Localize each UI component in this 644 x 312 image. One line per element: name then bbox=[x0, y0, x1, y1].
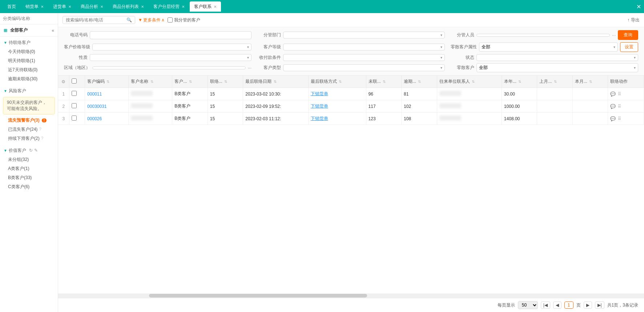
manager-select[interactable] bbox=[476, 34, 610, 37]
my-customers-check[interactable]: 我分管的客户 bbox=[168, 17, 200, 23]
price-level-select[interactable]: ▾ bbox=[92, 44, 251, 50]
sidebar-item-churned[interactable]: 已流失客户(24) ? bbox=[0, 125, 58, 134]
sidebar-item-class-c[interactable]: C类客户(6) bbox=[0, 182, 58, 191]
page-size-label: 每页显示 bbox=[498, 302, 515, 308]
th-name-sort[interactable]: ⇅ bbox=[150, 80, 153, 84]
dept-select[interactable]: ▾ bbox=[283, 32, 445, 39]
region-dots-btn[interactable]: ··· bbox=[248, 65, 251, 70]
th-this-month-sort[interactable]: ⇅ bbox=[589, 80, 592, 84]
row2-chat-icon[interactable]: 💬 bbox=[610, 104, 616, 109]
first-page-btn[interactable]: |◀ bbox=[541, 301, 550, 309]
sidebar-item-overdue[interactable]: 逾期未联络(30) bbox=[0, 74, 58, 84]
gender-select[interactable]: ▾ bbox=[90, 54, 251, 61]
close-window-btn[interactable]: ✕ bbox=[636, 3, 641, 10]
export-btn[interactable]: ↑ 导出 bbox=[627, 17, 640, 23]
tab-purchase[interactable]: 进货单 ✕ bbox=[49, 1, 76, 12]
th-overdue-sort[interactable]: ⇅ bbox=[418, 80, 421, 84]
grid-icon: ⊞ bbox=[4, 28, 7, 33]
tab-customer-contact[interactable]: 客户联系 ✕ bbox=[190, 1, 221, 12]
sidebar-item-class-b[interactable]: B类客户(33) bbox=[0, 173, 58, 182]
row3-last-type-link[interactable]: 下销货单 bbox=[311, 116, 328, 121]
th-unit-contact-sort[interactable]: ⇅ bbox=[472, 80, 475, 84]
row1-more-icon[interactable]: ⠿ bbox=[618, 92, 621, 97]
row1-last-type-link[interactable]: 下销货单 bbox=[311, 91, 328, 96]
table-settings-icon[interactable]: ⚙ bbox=[61, 79, 65, 84]
region-select[interactable] bbox=[92, 66, 246, 69]
tab-purchase-close[interactable]: ✕ bbox=[68, 5, 71, 9]
scrollbar-thumb[interactable] bbox=[149, 294, 367, 297]
last-page-btn[interactable]: ▶| bbox=[595, 301, 604, 309]
tab-customer-tier[interactable]: 客户分层经营 ✕ bbox=[149, 1, 189, 12]
prev-page-btn[interactable]: ◀ bbox=[553, 301, 562, 309]
cust-type-select[interactable]: ▾ bbox=[283, 64, 445, 71]
sidebar-item-churn-warning[interactable]: 流失预警客户(3) ! bbox=[0, 116, 58, 125]
next-page-btn[interactable]: ▶ bbox=[584, 301, 592, 309]
row2-checkbox[interactable] bbox=[72, 103, 77, 108]
th-this-year-sort[interactable]: ⇅ bbox=[518, 80, 521, 84]
th-unlink-sort[interactable]: ⇅ bbox=[383, 80, 386, 84]
sidebar-item-class-c-label: C类客户(6) bbox=[8, 184, 29, 190]
tab-sales[interactable]: 销货单 ✕ bbox=[21, 1, 48, 12]
my-customers-label: 我分管的客户 bbox=[174, 17, 200, 23]
tab-customer-tier-close[interactable]: ✕ bbox=[182, 5, 185, 9]
tab-customer-contact-close[interactable]: ✕ bbox=[214, 5, 217, 9]
row1-checkbox[interactable] bbox=[72, 91, 77, 96]
sidebar-item-today[interactable]: 今天待联络(0) bbox=[0, 47, 58, 56]
tab-home[interactable]: 首页 bbox=[3, 1, 20, 12]
tab-product-list[interactable]: 商品分析列表 ✕ bbox=[108, 1, 148, 12]
cust-level-select[interactable]: ▾ bbox=[283, 44, 445, 50]
main-search-input[interactable] bbox=[66, 17, 125, 23]
row2-more-icon[interactable]: ⠿ bbox=[618, 104, 621, 109]
sidebar-group-pending-title[interactable]: ▼ 待联络客户 bbox=[0, 38, 58, 47]
page-size-select[interactable]: 50 20 100 bbox=[518, 301, 538, 309]
row1-code-value[interactable]: 000011 bbox=[87, 92, 102, 97]
row1-chat-icon[interactable]: 💬 bbox=[610, 92, 616, 97]
th-last-date-sort[interactable]: ⇅ bbox=[274, 80, 277, 84]
status-select[interactable]: ▾ bbox=[476, 54, 638, 61]
my-customers-checkbox[interactable] bbox=[168, 17, 173, 23]
sidebar-item-declining[interactable]: 持续下滑客户(2) ? bbox=[0, 134, 58, 143]
all-customers-label[interactable]: 全部客户 bbox=[10, 27, 28, 33]
row2-name-blurred bbox=[131, 103, 153, 108]
retail-cust-select[interactable]: 全部 ▾ bbox=[476, 63, 638, 72]
row3-more-icon[interactable]: ⠿ bbox=[618, 116, 621, 121]
manager-dots-btn[interactable]: ··· bbox=[612, 33, 616, 38]
query-btn[interactable]: 查询 bbox=[618, 30, 638, 40]
sidebar-collapse-btn[interactable]: « bbox=[52, 28, 54, 33]
sidebar-item-7days[interactable]: 近7天待联络(0) bbox=[0, 65, 58, 74]
value-refresh-icon[interactable]: ↻ bbox=[29, 148, 33, 153]
row3-contacts-blurred bbox=[439, 116, 461, 121]
row3-chat-icon[interactable]: 💬 bbox=[610, 116, 616, 121]
sidebar-item-tomorrow[interactable]: 明天待联络(1) bbox=[0, 56, 58, 65]
th-last-month-sort[interactable]: ⇅ bbox=[554, 80, 557, 84]
tab-product-list-close[interactable]: ✕ bbox=[141, 5, 144, 9]
more-conditions-btn[interactable]: ▼ 更多条件 ∧ bbox=[138, 17, 165, 23]
row2-action-icons: 💬 ⠿ bbox=[610, 104, 641, 109]
tab-product-analysis-close[interactable]: ✕ bbox=[100, 5, 103, 9]
row2-code-value[interactable]: 00030031 bbox=[87, 104, 106, 109]
filter-row-cust-level: 客户等级 ▾ bbox=[257, 42, 445, 52]
setting-btn[interactable]: 设置 bbox=[620, 42, 638, 52]
sidebar-group-value-title[interactable]: ▼ 价值客户 ↻ ✎ bbox=[0, 146, 58, 155]
sidebar-item-class-a[interactable]: A类客户(1) bbox=[0, 164, 58, 173]
payment-select[interactable]: ▾ bbox=[283, 54, 445, 61]
horizontal-scrollbar[interactable] bbox=[58, 293, 644, 298]
sidebar-group-risk-title[interactable]: ▼ 风险客户 bbox=[0, 86, 58, 96]
value-edit-icon[interactable]: ✎ bbox=[34, 148, 38, 153]
th-contact-sort[interactable]: ⇅ bbox=[224, 80, 227, 84]
retail-attr-select[interactable]: 全部 ▾ bbox=[479, 42, 618, 52]
th-code-sort[interactable]: ⇅ bbox=[106, 80, 109, 84]
row3-checkbox[interactable] bbox=[72, 116, 77, 121]
phone-input[interactable] bbox=[90, 31, 251, 39]
select-all-checkbox[interactable] bbox=[72, 78, 77, 84]
tab-product-analysis[interactable]: 商品分析 ✕ bbox=[76, 1, 108, 12]
th-last-type-sort[interactable]: ⇅ bbox=[339, 80, 342, 84]
tab-sales-close[interactable]: ✕ bbox=[41, 5, 44, 9]
row2-last-type-link[interactable]: 下销货单 bbox=[311, 104, 328, 109]
sidebar-search-input[interactable] bbox=[3, 16, 57, 21]
main-search-icon[interactable]: 🔍 bbox=[126, 17, 132, 23]
sidebar-item-ungrouped[interactable]: 未分组(32) bbox=[0, 155, 58, 164]
th-level-sort[interactable]: ⇅ bbox=[189, 80, 192, 84]
row3-code-value[interactable]: 000026 bbox=[87, 116, 102, 121]
row3-cb bbox=[69, 113, 85, 125]
